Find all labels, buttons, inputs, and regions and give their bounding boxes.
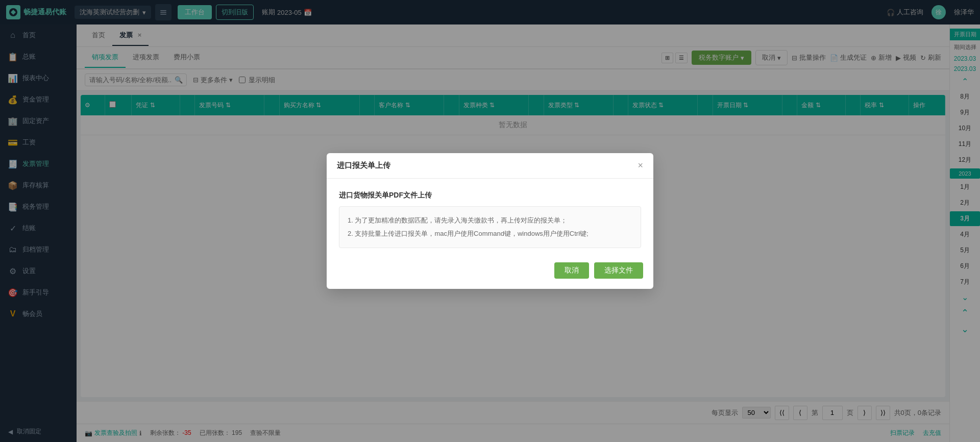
- modal-info-item-2: 2. 支持批量上传进口报关单，mac用户使用Command键，windows用户…: [348, 227, 632, 240]
- modal-header: 进口报关单上传 ×: [327, 153, 653, 179]
- modal-close-button[interactable]: ×: [638, 160, 643, 171]
- modal-footer: 取消 选择文件: [327, 256, 653, 289]
- modal-info-box: 1. 为了更加精准的数据匹配，请先录入海关缴款书，再上传对应的报关单； 2. 支…: [339, 206, 641, 248]
- modal-dialog: 进口报关单上传 × 进口货物报关单PDF文件上传 1. 为了更加精准的数据匹配，…: [327, 153, 653, 289]
- modal-overlay[interactable]: 进口报关单上传 × 进口货物报关单PDF文件上传 1. 为了更加精准的数据匹配，…: [0, 0, 980, 442]
- modal-select-file-button[interactable]: 选择文件: [594, 262, 643, 279]
- modal-cancel-button[interactable]: 取消: [554, 262, 589, 279]
- modal-section-title: 进口货物报关单PDF文件上传: [339, 191, 641, 200]
- modal-body: 进口货物报关单PDF文件上传 1. 为了更加精准的数据匹配，请先录入海关缴款书，…: [327, 179, 653, 256]
- modal-info-item-1: 1. 为了更加精准的数据匹配，请先录入海关缴款书，再上传对应的报关单；: [348, 214, 632, 227]
- modal-title: 进口报关单上传: [337, 161, 390, 170]
